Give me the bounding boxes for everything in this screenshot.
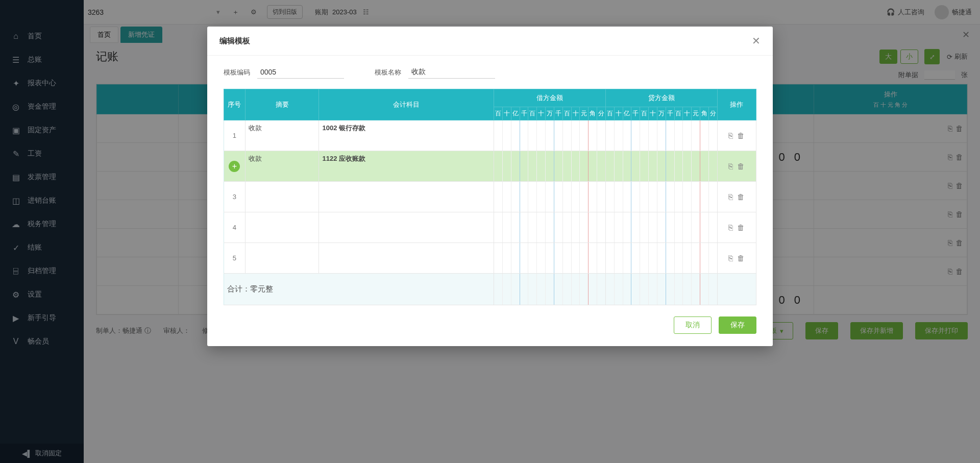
total-row: 合计：零元整 — [224, 274, 756, 305]
unit-header: 千 — [520, 107, 528, 120]
template-code-field: 模板编码 — [224, 66, 344, 79]
total-action — [717, 274, 756, 305]
form-row: 模板编码 模板名称 — [224, 66, 756, 79]
template-table: 序号 摘要 会计科目 借方金额 贷方金额 操作 百十亿千百十万千百十元角分百十亿… — [224, 89, 756, 305]
copy-icon[interactable]: ⎘ — [728, 192, 733, 201]
template-name-field: 模板名称 — [375, 66, 495, 79]
unit-header: 十 — [614, 107, 623, 120]
row-index: 1 — [224, 120, 246, 151]
save-button[interactable]: 保存 — [719, 316, 756, 334]
table-row[interactable]: 3⎘🗑 — [224, 182, 756, 212]
cancel-button[interactable]: 取消 — [674, 316, 712, 334]
action-cell: ⎘🗑 — [717, 182, 756, 212]
abstract-cell[interactable]: 收款 — [245, 151, 319, 182]
unit-header: 十 — [571, 107, 580, 120]
modal-title: 编辑模板 — [219, 36, 250, 46]
subject-cell[interactable] — [319, 243, 494, 274]
col-debit: 借方金额 — [494, 89, 606, 107]
money-cell[interactable] — [494, 120, 606, 151]
abstract-cell[interactable] — [245, 182, 319, 212]
unit-header: 百 — [605, 107, 614, 120]
col-subject: 会计科目 — [319, 89, 494, 120]
row-index: 4 — [224, 212, 246, 243]
delete-icon[interactable]: 🗑 — [737, 162, 745, 170]
subject-cell[interactable] — [319, 212, 494, 243]
row-index: 3 — [224, 182, 246, 212]
abstract-cell[interactable]: 收款 — [245, 120, 319, 151]
modal-body: 模板编码 模板名称 序号 摘要 会计科目 借方金额 贷方金额 操作 — [207, 56, 773, 309]
abstract-cell[interactable] — [245, 212, 319, 243]
col-action: 操作 — [717, 89, 756, 120]
unit-header: 百 — [528, 107, 537, 120]
subject-cell[interactable]: 1122 应收账款 — [319, 151, 494, 182]
code-label: 模板编码 — [224, 68, 250, 77]
modal-header: 编辑模板 ✕ — [207, 27, 773, 56]
action-cell: ⎘🗑 — [717, 212, 756, 243]
delete-icon[interactable]: 🗑 — [737, 131, 745, 140]
copy-icon[interactable]: ⎘ — [728, 162, 733, 170]
col-idx: 序号 — [224, 89, 246, 120]
name-input[interactable] — [408, 66, 495, 79]
unit-header: 亿 — [623, 107, 631, 120]
unit-header: 十 — [683, 107, 692, 120]
edit-template-modal: 编辑模板 ✕ 模板编码 模板名称 序号 摘要 会计科目 — [207, 27, 773, 346]
unit-header: 十 — [502, 107, 511, 120]
subject-cell[interactable]: 1002 银行存款 — [319, 120, 494, 151]
modal-overlay: 编辑模板 ✕ 模板编码 模板名称 序号 摘要 会计科目 — [0, 0, 980, 463]
money-cell[interactable] — [605, 120, 717, 151]
action-cell: ⎘🗑 — [717, 120, 756, 151]
unit-header: 分 — [708, 107, 717, 120]
delete-icon[interactable]: 🗑 — [737, 192, 745, 201]
row-index: 5 — [224, 243, 246, 274]
money-cell[interactable] — [494, 212, 606, 243]
unit-header: 万 — [546, 107, 554, 120]
copy-icon[interactable]: ⎘ — [728, 223, 733, 232]
subject-cell[interactable] — [319, 182, 494, 212]
unit-header: 元 — [692, 107, 700, 120]
name-label: 模板名称 — [375, 68, 401, 77]
copy-icon[interactable]: ⎘ — [728, 254, 733, 262]
table-row[interactable]: +收款1122 应收账款⎘🗑 — [224, 151, 756, 182]
money-cell[interactable] — [605, 243, 717, 274]
unit-header: 十 — [537, 107, 546, 120]
table-row[interactable]: 1收款1002 银行存款⎘🗑 — [224, 120, 756, 151]
total-label: 合计：零元整 — [224, 274, 494, 305]
unit-header: 万 — [657, 107, 666, 120]
modal-footer: 取消 保存 — [207, 309, 773, 346]
unit-header: 百 — [674, 107, 683, 120]
unit-header: 角 — [589, 107, 597, 120]
abstract-cell[interactable] — [245, 243, 319, 274]
money-cell[interactable] — [605, 274, 717, 305]
unit-header: 千 — [666, 107, 674, 120]
unit-header: 百 — [562, 107, 571, 120]
close-icon[interactable]: ✕ — [752, 35, 761, 47]
money-cell[interactable] — [605, 151, 717, 182]
table-row[interactable]: 5⎘🗑 — [224, 243, 756, 274]
unit-header: 百 — [640, 107, 649, 120]
delete-icon[interactable]: 🗑 — [737, 254, 745, 262]
money-cell[interactable] — [494, 274, 606, 305]
money-cell[interactable] — [494, 243, 606, 274]
money-cell[interactable] — [494, 182, 606, 212]
table-row[interactable]: 4⎘🗑 — [224, 212, 756, 243]
code-input[interactable] — [257, 66, 344, 79]
unit-header: 元 — [580, 107, 589, 120]
unit-header: 百 — [494, 107, 503, 120]
money-cell[interactable] — [494, 151, 606, 182]
unit-header: 亿 — [511, 107, 520, 120]
delete-icon[interactable]: 🗑 — [737, 223, 745, 232]
action-cell: ⎘🗑 — [717, 243, 756, 274]
unit-header: 千 — [554, 107, 562, 120]
unit-header: 千 — [631, 107, 640, 120]
unit-header: 角 — [700, 107, 709, 120]
col-credit: 贷方金额 — [605, 89, 717, 107]
unit-header: 分 — [597, 107, 606, 120]
col-abstract: 摘要 — [245, 89, 319, 120]
copy-icon[interactable]: ⎘ — [728, 131, 733, 140]
money-cell[interactable] — [605, 182, 717, 212]
row-index: + — [224, 151, 246, 182]
action-cell: ⎘🗑 — [717, 151, 756, 182]
unit-header: 十 — [649, 107, 657, 120]
add-row-icon[interactable]: + — [229, 161, 240, 172]
money-cell[interactable] — [605, 212, 717, 243]
